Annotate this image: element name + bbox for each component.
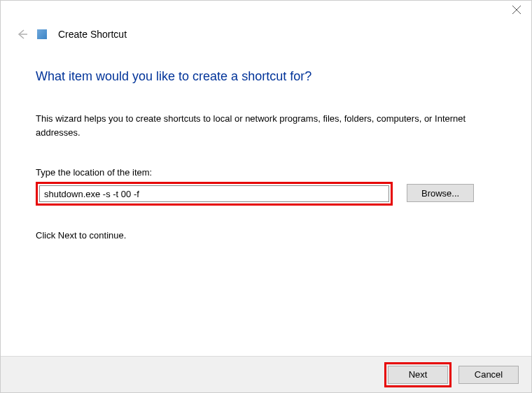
titlebar (1, 1, 531, 23)
location-row: Browse... (36, 182, 496, 206)
next-highlight: Next (384, 362, 451, 387)
continue-text: Click Next to continue. (36, 230, 496, 241)
page-title: Create Shortcut (58, 29, 127, 40)
browse-button[interactable]: Browse... (407, 184, 474, 202)
wizard-footer: Next Cancel (1, 356, 531, 392)
location-highlight (36, 182, 393, 206)
wizard-heading: What item would you like to create a sho… (36, 69, 496, 84)
location-label: Type the location of the item: (36, 167, 496, 178)
wizard-header: Create Shortcut (1, 23, 531, 48)
back-arrow-icon (15, 27, 29, 41)
location-input[interactable] (39, 185, 389, 202)
wizard-description: This wizard helps you to create shortcut… (36, 112, 496, 139)
wizard-content: What item would you like to create a sho… (1, 48, 531, 255)
cancel-button[interactable]: Cancel (458, 366, 519, 384)
shortcut-icon (37, 29, 47, 39)
close-icon[interactable] (512, 5, 522, 15)
next-button[interactable]: Next (388, 366, 448, 384)
